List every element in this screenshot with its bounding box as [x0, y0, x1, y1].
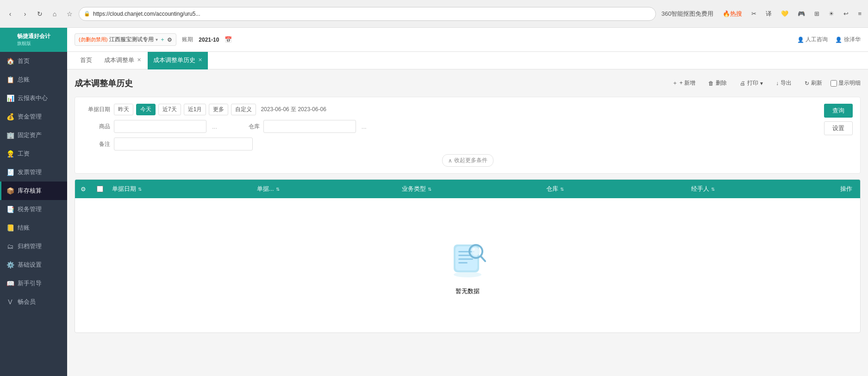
sidebar-item-home[interactable]: 🏠 首页 — [0, 52, 67, 70]
date-btn-custom[interactable]: 自定义 — [231, 104, 256, 115]
calendar-icon[interactable]: 📅 — [225, 36, 232, 43]
search-label[interactable]: 360智能抠图免费用 — [659, 9, 717, 19]
close-tab-history[interactable]: ✕ — [198, 57, 202, 63]
ledger-icon: 📋 — [6, 76, 14, 83]
brightness-icon: ☀ — [826, 9, 837, 18]
refresh-button[interactable]: ↻ 刷新 — [800, 77, 827, 89]
goods-more-btn[interactable]: ... — [210, 123, 219, 130]
inventory-icon: 📦 — [6, 187, 14, 194]
collapse-button[interactable]: ∧ 收起更多条件 — [442, 154, 493, 167]
filter-settings-button[interactable]: 设置 — [824, 121, 853, 135]
filter-area: 单据日期 昨天 今天 近7天 近1月 更多 自定义 2023-06-06 至 2… — [75, 97, 861, 174]
content-area: 成本调整单历史 ＋ + 新增 🗑 删除 🖨 打印 ▾ — [67, 69, 868, 376]
app-container: 畅捷通好会计 旗舰版 🏠 首页 📋 总账 📊 云报表中心 💰 资金管理 — [0, 28, 868, 376]
sidebar-item-vip[interactable]: V 畅会员 — [0, 293, 67, 311]
sidebar-label-settings: 基础设置 — [18, 261, 42, 269]
forward-button[interactable]: › — [19, 7, 31, 20]
user-profile[interactable]: 👤 徐泽华 — [835, 36, 861, 44]
ssl-icon: 🔒 — [84, 11, 90, 17]
svg-point-0 — [454, 272, 481, 277]
star-button[interactable]: ☆ — [63, 7, 76, 20]
tab-cost-adjustment-history[interactable]: 成本调整单历史 ✕ — [148, 52, 208, 69]
print-button[interactable]: 🖨 打印 ▾ — [735, 77, 768, 89]
service-link[interactable]: 👤 人工咨询 — [797, 36, 828, 44]
sidebar-label-tax: 税务管理 — [18, 205, 42, 213]
export-button[interactable]: ↓ 导出 — [771, 77, 796, 89]
delete-button[interactable]: 🗑 删除 — [704, 77, 731, 89]
sidebar-label-vip: 畅会员 — [18, 298, 36, 306]
date-btn-7days[interactable]: 近7天 — [158, 104, 181, 115]
add-account-icon[interactable]: ＋ — [160, 36, 165, 44]
archive-icon: 🗂 — [6, 243, 14, 250]
refresh-icon: ↻ — [805, 80, 809, 87]
sidebar-item-closing[interactable]: 📒 结账 — [0, 219, 67, 237]
translate-icon[interactable]: 译 — [763, 9, 774, 19]
sort-business-icon: ⇅ — [428, 187, 431, 192]
hot-search-label[interactable]: 🔥热搜 — [720, 9, 745, 19]
show-columns-checkbox[interactable] — [831, 80, 837, 87]
sidebar-label-inventory: 库存核算 — [18, 187, 42, 195]
tab-cost-adjustment[interactable]: 成本调整单 ✕ — [99, 52, 147, 69]
account-selector[interactable]: (勿删勿禁用) 江西服宝测试专用 ▾ ＋ ⚙ — [75, 33, 176, 46]
table-settings-icon[interactable]: ⚙ — [75, 186, 92, 193]
th-warehouse[interactable]: 仓库 ⇅ — [543, 185, 687, 193]
th-doc-number[interactable]: 单据... ⇅ — [253, 185, 398, 193]
sidebar-item-fixed-assets[interactable]: 🏢 固定资产 — [0, 126, 67, 144]
goods-input[interactable] — [114, 120, 206, 133]
tab-home[interactable]: 首页 — [75, 52, 98, 69]
address-bar[interactable]: 🔒 https://cloud.chanjet.com/accounting/u… — [79, 7, 656, 21]
guide-icon: 📖 — [6, 280, 14, 287]
sidebar-item-funds[interactable]: 💰 资金管理 — [0, 107, 67, 126]
warehouse-input[interactable] — [263, 120, 356, 133]
sidebar-item-salary[interactable]: 👷 工资 — [0, 144, 67, 163]
sidebar-logo: 畅捷通好会计 旗舰版 — [0, 28, 67, 52]
table-select-all[interactable] — [92, 186, 108, 192]
back-button[interactable]: ‹ — [4, 7, 17, 20]
vip-icon: V — [6, 298, 14, 306]
th-doc-number-label: 单据... — [257, 185, 274, 193]
svg-point-10 — [472, 248, 475, 251]
select-all-checkbox[interactable] — [97, 186, 103, 192]
sidebar-label-guide: 新手引导 — [18, 279, 42, 288]
th-handler[interactable]: 经手人 ⇅ — [687, 185, 832, 193]
remark-input[interactable] — [114, 138, 253, 150]
th-date[interactable]: 单据日期 ⇅ — [108, 185, 253, 193]
menu-icon[interactable]: ≡ — [855, 9, 864, 18]
sidebar-item-settings[interactable]: ⚙️ 基础设置 — [0, 256, 67, 274]
salary-icon: 👷 — [6, 150, 14, 157]
fixed-assets-icon: 🏢 — [6, 132, 14, 139]
refresh-label: 刷新 — [811, 79, 822, 87]
browser-nav: ‹ › ↻ ⌂ ☆ — [4, 7, 76, 20]
sort-handler-icon: ⇅ — [711, 187, 715, 192]
sidebar-item-tax[interactable]: 📑 税务管理 — [0, 200, 67, 219]
sort-warehouse-icon: ⇅ — [560, 187, 564, 192]
show-columns-text: 显示明细 — [838, 79, 861, 87]
reports-icon: 📊 — [6, 94, 14, 102]
date-button-group: 昨天 今天 近7天 近1月 更多 自定义 2023-06-06 至 2023-0… — [114, 104, 326, 115]
close-tab-cost-adjustment[interactable]: ✕ — [137, 57, 141, 63]
sidebar-item-reports[interactable]: 📊 云报表中心 — [0, 89, 67, 107]
print-chevron-icon: ▾ — [760, 80, 763, 87]
top-bar: (勿删勿禁用) 江西服宝测试专用 ▾ ＋ ⚙ 账期 2021-10 📅 👤 人工… — [67, 28, 868, 52]
th-business-type-label: 业务类型 — [402, 185, 426, 193]
sidebar-item-archive[interactable]: 🗂 归档管理 — [0, 237, 67, 256]
warehouse-more-btn[interactable]: ... — [360, 123, 368, 130]
date-btn-1month[interactable]: 近1月 — [184, 104, 206, 115]
table-header: ⚙ 单据日期 ⇅ 单据... ⇅ 业务类型 ⇅ — [75, 180, 860, 198]
sidebar-item-invoice[interactable]: 🧾 发票管理 — [0, 163, 67, 182]
sidebar-item-guide[interactable]: 📖 新手引导 — [0, 274, 67, 293]
period-label: 账期 — [182, 36, 193, 44]
new-button[interactable]: ＋ + 新增 — [668, 77, 700, 89]
th-business-type[interactable]: 业务类型 ⇅ — [398, 185, 543, 193]
date-btn-today[interactable]: 今天 — [136, 104, 156, 115]
new-icon: ＋ — [672, 79, 678, 87]
home-button[interactable]: ⌂ — [48, 7, 61, 20]
date-btn-yesterday[interactable]: 昨天 — [114, 104, 133, 115]
date-btn-more[interactable]: 更多 — [209, 104, 228, 115]
sidebar-item-ledger[interactable]: 📋 总账 — [0, 70, 67, 89]
account-settings-icon[interactable]: ⚙ — [167, 37, 172, 43]
show-columns-label: 显示明细 — [831, 79, 861, 87]
sidebar-item-inventory[interactable]: 📦 库存核算 — [0, 182, 67, 200]
reload-button[interactable]: ↻ — [33, 7, 46, 20]
query-button[interactable]: 查询 — [824, 104, 853, 118]
